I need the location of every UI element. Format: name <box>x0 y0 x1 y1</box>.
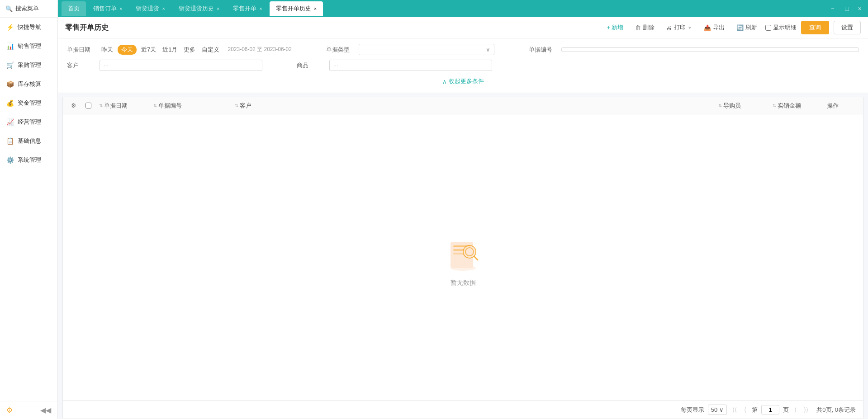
next-page-button[interactable]: ⟩ <box>792 405 798 414</box>
display-detail-checkbox[interactable]: 显示明细 <box>765 24 797 32</box>
customer-filter-input[interactable]: ··· <box>100 60 262 71</box>
page-size-select[interactable]: 50 ∨ <box>708 405 727 415</box>
num-filter-input[interactable] <box>561 47 859 52</box>
th-guide[interactable]: ⇅ 导购员 <box>715 102 769 110</box>
sidebar-item-label: 资金管理 <box>18 99 41 107</box>
goods-filter-placeholder: ··· <box>333 62 338 69</box>
table-settings-icon: ⚙ <box>71 102 76 109</box>
last-page-button[interactable]: ⟩⟩ <box>802 405 810 414</box>
total-info: 共0页, 0条记录 <box>816 406 856 414</box>
date-range-display: 2023-06-02 至 2023-06-02 <box>228 46 291 53</box>
search-icon: 🔍 <box>5 5 13 12</box>
num-filter-label: 单据编号 <box>529 46 554 54</box>
setting-button[interactable]: 设置 <box>834 21 861 34</box>
tab-retail-open[interactable]: 零售开单 × <box>227 1 268 16</box>
page-size-value: 50 <box>711 406 717 413</box>
date-btn-more[interactable]: 更多 <box>182 45 197 55</box>
tab-sales-return-history[interactable]: 销货退货历史 × <box>172 1 226 16</box>
th-amount[interactable]: ⇅ 实销金额 <box>769 102 823 110</box>
goods-filter-input[interactable]: ··· <box>329 60 492 71</box>
close-tab-retail-open[interactable]: × <box>259 6 262 11</box>
collapse-more-button[interactable]: ∧ 收起更多条件 <box>67 75 859 87</box>
type-filter-label: 单据类型 <box>326 46 351 54</box>
tab-retail-open-history[interactable]: 零售开单历史 × <box>270 1 323 16</box>
sidebar-item-purchase-mgmt[interactable]: 🛒 采购管理 <box>0 56 57 75</box>
sidebar-item-label: 基础信息 <box>18 137 41 145</box>
sort-icon: ⇅ <box>99 103 103 108</box>
sidebar-item-quick-nav[interactable]: ⚡ 快捷导航 <box>0 18 57 37</box>
sidebar: 🔍 搜索菜单 ⚡ 快捷导航 📊 销售管理 🛒 采购管理 📦 库存核算 💰 资金管… <box>0 0 58 419</box>
date-btn-custom[interactable]: 自定义 <box>200 45 221 55</box>
close-tab-sales-return-history[interactable]: × <box>217 6 219 11</box>
minimize-button[interactable]: － <box>827 4 839 14</box>
empty-text: 暂无数据 <box>451 279 476 287</box>
page-number-input[interactable] <box>761 405 779 414</box>
add-label: 新增 <box>612 24 623 32</box>
th-customer[interactable]: ⇅ 客户 <box>231 102 715 110</box>
sidebar-item-operation[interactable]: 📈 经营管理 <box>0 113 57 132</box>
type-filter-select[interactable]: ∨ <box>359 44 494 55</box>
delete-button[interactable]: 🗑 删除 <box>631 22 658 33</box>
tab-sales-return[interactable]: 销货退货 × <box>129 1 171 16</box>
page-size-arrow: ∨ <box>719 406 724 413</box>
delete-icon: 🗑 <box>635 24 641 31</box>
prev-page-button[interactable]: ⟨ <box>742 405 748 414</box>
close-button[interactable]: × <box>855 4 864 13</box>
svg-line-7 <box>474 256 478 260</box>
tab-sales-return-history-label: 销货退货历史 <box>179 5 214 13</box>
th-num[interactable]: ⇅ 单据编号 <box>150 102 231 110</box>
first-page-button[interactable]: ⟨⟨ <box>730 405 739 414</box>
table-header-checkbox[interactable] <box>81 103 95 108</box>
close-tab-retail-open-history[interactable]: × <box>314 6 317 11</box>
close-tab-sales-return[interactable]: × <box>162 6 165 11</box>
print-button[interactable]: 🖨 打印 ▼ <box>663 22 696 33</box>
sort-icon: ⇅ <box>718 103 722 108</box>
system-icon: ⚙️ <box>6 156 14 164</box>
toolbar-actions: ＋ 新增 🗑 删除 🖨 打印 ▼ 📤 导出 🔄 <box>602 21 861 34</box>
th-date[interactable]: ⇅ 单据日期 <box>95 102 150 110</box>
sort-icon: ⇅ <box>773 103 776 108</box>
collapse-more-label: 收起更多条件 <box>449 77 484 85</box>
type-select-arrow: ∨ <box>486 46 490 53</box>
th-guide-label: 导购员 <box>723 102 741 110</box>
sidebar-search[interactable]: 🔍 搜索菜单 <box>0 0 57 18</box>
add-button[interactable]: ＋ 新增 <box>602 22 627 33</box>
sidebar-item-system[interactable]: ⚙️ 系统管理 <box>0 151 57 169</box>
sidebar-nav: ⚡ 快捷导航 📊 销售管理 🛒 采购管理 📦 库存核算 💰 资金管理 📈 经营管… <box>0 18 57 401</box>
tab-home-label: 首页 <box>68 5 80 13</box>
print-dropdown-icon: ▼ <box>688 25 692 30</box>
sidebar-item-sales-mgmt[interactable]: 📊 销售管理 <box>0 37 57 56</box>
sidebar-collapse-icon[interactable]: ◀◀ <box>40 406 51 414</box>
tab-sales-order[interactable]: 销售订单 × <box>87 1 128 16</box>
display-detail-input[interactable] <box>765 25 771 31</box>
date-btn-last-month[interactable]: 近1月 <box>161 45 179 55</box>
add-icon: ＋ <box>606 24 612 32</box>
select-all-checkbox[interactable] <box>85 103 91 108</box>
sidebar-item-finance[interactable]: 💰 资金管理 <box>0 94 57 113</box>
maximize-button[interactable]: □ <box>842 4 851 13</box>
sort-icon: ⇅ <box>235 103 238 108</box>
query-button[interactable]: 查询 <box>801 21 829 34</box>
settings-icon[interactable]: ⚙ <box>6 406 13 414</box>
table-settings-button[interactable]: ⚙ <box>66 102 81 109</box>
sidebar-item-basic-info[interactable]: 📋 基础信息 <box>0 132 57 151</box>
th-customer-label: 客户 <box>240 102 251 110</box>
close-tab-sales-order[interactable]: × <box>119 6 122 11</box>
tab-home[interactable]: 首页 <box>62 1 86 16</box>
goods-filter-label: 商品 <box>297 61 322 70</box>
page-title: 零售开单历史 <box>65 23 109 33</box>
svg-rect-4 <box>453 253 464 254</box>
date-btn-last7days[interactable]: 近7天 <box>139 45 158 55</box>
sidebar-search-label: 搜索菜单 <box>15 5 39 13</box>
page-suffix: 页 <box>783 406 789 414</box>
sidebar-item-label: 库存核算 <box>18 80 41 88</box>
purchase-icon: 🛒 <box>6 61 14 69</box>
refresh-button[interactable]: 🔄 刷新 <box>733 22 761 33</box>
date-btn-yesterday[interactable]: 昨天 <box>100 45 115 55</box>
sidebar-item-inventory[interactable]: 📦 库存核算 <box>0 75 57 94</box>
date-btn-today[interactable]: 今天 <box>118 45 137 55</box>
data-table: ⚙ ⇅ 单据日期 ⇅ 单据编号 ⇅ 客户 ⇅ <box>62 97 863 419</box>
th-date-label: 单据日期 <box>104 102 128 110</box>
sort-icon: ⇅ <box>153 103 157 108</box>
export-button[interactable]: 📤 导出 <box>700 22 728 33</box>
